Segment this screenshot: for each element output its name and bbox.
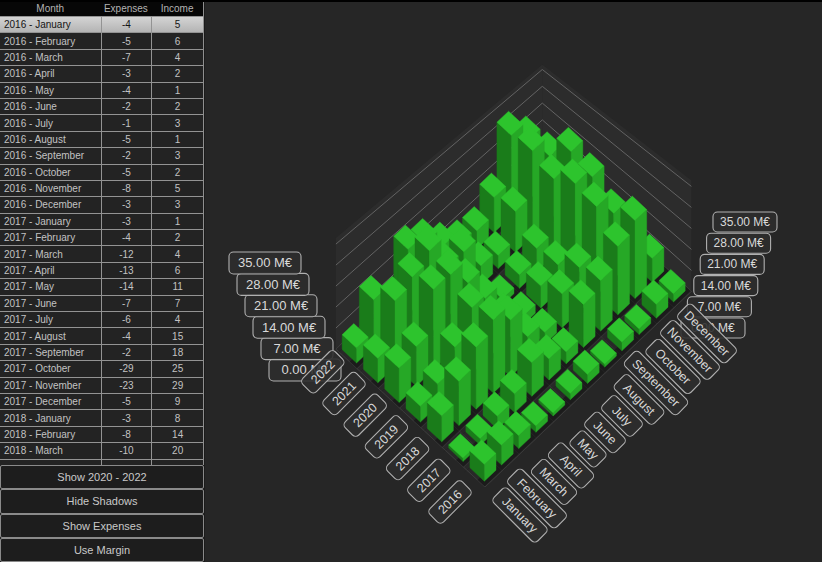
cell-expenses: -5 — [101, 33, 152, 48]
cell-income: 25 — [151, 361, 203, 376]
cell-expenses: -3 — [101, 197, 152, 212]
table-row[interactable]: 2017 - December-59 — [0, 393, 203, 409]
table-row[interactable]: 2018 - February-814 — [0, 426, 203, 442]
svg-text:14.00 M€: 14.00 M€ — [701, 279, 751, 293]
svg-text:35.00 M€: 35.00 M€ — [720, 215, 770, 229]
table-row[interactable]: 2017 - January-31 — [0, 213, 203, 229]
value-axis-label-right: 35.00 M€ — [713, 212, 777, 232]
window-top-edge — [0, 0, 822, 2]
cell-income: 4 — [151, 246, 203, 261]
cell-month: 2016 - February — [0, 33, 101, 48]
table-row[interactable]: 2016 - January-45 — [0, 16, 203, 32]
cell-expenses: -13 — [101, 263, 152, 278]
table-row[interactable]: 2016 - October-52 — [0, 164, 203, 180]
svg-text:7.00 M€: 7.00 M€ — [698, 300, 742, 314]
value-axis-label-left: 28.00 M€ — [237, 273, 309, 295]
table-row[interactable]: 2016 - June-22 — [0, 98, 203, 114]
table-row[interactable]: 2016 - November-85 — [0, 180, 203, 196]
cell-expenses: -2 — [101, 148, 152, 163]
table-row[interactable]: 2017 - June-77 — [0, 295, 203, 311]
cell-expenses: -5 — [101, 394, 152, 409]
table-row[interactable]: 2017 - August-415 — [0, 327, 203, 343]
table-header-row: Month Expenses Income — [0, 0, 203, 16]
table-row[interactable]: 2017 - February-42 — [0, 229, 203, 245]
cell-month: 2016 - June — [0, 99, 101, 114]
cell-expenses: -2 — [101, 345, 152, 360]
cell-month: 2016 - December — [0, 197, 101, 212]
table-row[interactable]: 2018 - March-1020 — [0, 442, 203, 458]
table-row[interactable]: 2017 - July-64 — [0, 311, 203, 327]
table-row[interactable]: 2017 - September-218 — [0, 344, 203, 360]
svg-text:7.00 M€: 7.00 M€ — [274, 341, 322, 356]
cell-month: 2016 - October — [0, 165, 101, 180]
cell-income: 18 — [151, 345, 203, 360]
cell-month: 2016 - August — [0, 132, 101, 147]
cell-month: 2016 - May — [0, 83, 101, 98]
cell-month: 2016 - November — [0, 181, 101, 196]
table-row[interactable]: 2016 - July-13 — [0, 114, 203, 130]
controls: Show 2020 - 2022 Hide Shadows Show Expen… — [0, 465, 204, 562]
cell-month: 2018 - January — [0, 410, 101, 425]
cell-expenses: -8 — [101, 181, 152, 196]
cell-expenses: -4 — [101, 17, 152, 32]
cell-month: 2017 - July — [0, 312, 101, 327]
table-row[interactable]: 2017 - March-124 — [0, 245, 203, 261]
cell-month: 2016 - March — [0, 50, 101, 65]
cell-expenses: -4 — [101, 83, 152, 98]
cell-month: 2017 - June — [0, 296, 101, 311]
value-axis-label-right: 28.00 M€ — [707, 233, 771, 253]
value-axis-label-left: 35.00 M€ — [229, 252, 301, 274]
cell-month: 2017 - August — [0, 328, 101, 343]
cell-income: 2 — [151, 99, 203, 114]
show-2020-2022-button[interactable]: Show 2020 - 2022 — [0, 465, 204, 489]
table-row[interactable]: 2017 - April-136 — [0, 262, 203, 278]
value-axis-label-right: 21.00 M€ — [700, 254, 764, 274]
cell-month: 2017 - October — [0, 361, 101, 376]
table-row-stub — [0, 459, 203, 466]
cell-income: 6 — [151, 33, 203, 48]
table-row[interactable]: 2016 - March-74 — [0, 49, 203, 65]
cell-expenses: -6 — [101, 312, 152, 327]
cell-income: 7 — [151, 296, 203, 311]
cell-month: 2016 - January — [0, 17, 101, 32]
value-axis-label-left: 21.00 M€ — [245, 295, 317, 317]
cell-month: 2017 - March — [0, 246, 101, 261]
cell-month: 2016 - July — [0, 115, 101, 130]
show-expenses-button[interactable]: Show Expenses — [0, 514, 204, 538]
svg-text:21.00 M€: 21.00 M€ — [707, 257, 757, 271]
svg-text:35.00 M€: 35.00 M€ — [238, 255, 293, 270]
cell-income: 11 — [151, 279, 203, 294]
cell-expenses: -10 — [101, 443, 152, 458]
cell-income: 2 — [151, 230, 203, 245]
cell-expenses: -5 — [101, 165, 152, 180]
table-row[interactable]: 2016 - April-32 — [0, 65, 203, 81]
cell-expenses: -12 — [101, 246, 152, 261]
cell-income: 5 — [151, 17, 203, 32]
cell-income: 2 — [151, 165, 203, 180]
cell-income: 4 — [151, 50, 203, 65]
table-row[interactable]: 2016 - December-33 — [0, 196, 203, 212]
bars-3d-view[interactable]: 0.00 M€7.00 M€14.00 M€21.00 M€28.00 M€35… — [205, 0, 822, 562]
cell-expenses: -1 — [101, 115, 152, 130]
column-header-expenses: Expenses — [101, 0, 152, 16]
column-header-month: Month — [0, 0, 101, 16]
table-row[interactable]: 2016 - September-23 — [0, 147, 203, 163]
table-row[interactable]: 2018 - January-38 — [0, 409, 203, 425]
table-row[interactable]: 2017 - October-2925 — [0, 360, 203, 376]
cell-income: 8 — [151, 410, 203, 425]
table-row[interactable]: 2016 - May-41 — [0, 82, 203, 98]
cell-expenses: -3 — [101, 66, 152, 81]
table-body: 2016 - January-452016 - February-562016 … — [0, 16, 203, 459]
use-margin-button[interactable]: Use Margin — [0, 538, 204, 562]
cell-income: 4 — [151, 312, 203, 327]
cell-month: 2017 - January — [0, 214, 101, 229]
cell-expenses: -5 — [101, 132, 152, 147]
cell-month: 2017 - December — [0, 394, 101, 409]
table-row[interactable]: 2016 - August-51 — [0, 131, 203, 147]
svg-text:28.00 M€: 28.00 M€ — [714, 236, 764, 250]
hide-shadows-button[interactable]: Hide Shadows — [0, 489, 204, 513]
income-expenses-table: Month Expenses Income 2016 - January-452… — [0, 0, 204, 465]
table-row[interactable]: 2016 - February-56 — [0, 32, 203, 48]
table-row[interactable]: 2017 - May-1411 — [0, 278, 203, 294]
table-row[interactable]: 2017 - November-2329 — [0, 377, 203, 393]
